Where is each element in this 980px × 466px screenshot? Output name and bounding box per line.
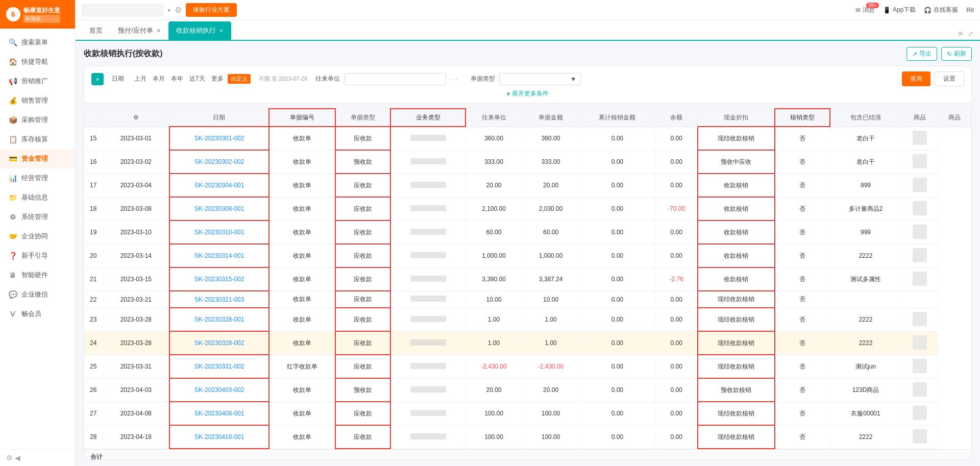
date-custom-button[interactable]: 自定义 xyxy=(228,74,251,84)
td-offset_type: 现结收款核销 xyxy=(698,308,775,331)
sidebar-item-sales[interactable]: 💰销售管理 xyxy=(0,91,75,110)
doctype-select[interactable]: ▼ xyxy=(499,73,581,85)
td-docno[interactable]: SK-20230403-002 xyxy=(169,378,269,402)
settings-icon[interactable]: ⚙ xyxy=(6,454,13,462)
sidebar-item-operation[interactable]: 📊经营管理 xyxy=(0,168,75,188)
doc-link[interactable]: SK-20230314-001 xyxy=(194,252,244,259)
filter-settings-button[interactable]: 设置 xyxy=(935,71,964,86)
doc-link[interactable]: SK-20230302-002 xyxy=(194,158,244,165)
td-docno[interactable]: SK-20230328-001 xyxy=(169,308,269,331)
td-partner xyxy=(390,291,465,308)
td-date: 2023-04-18 xyxy=(103,425,169,449)
doc-link[interactable]: SK-20230328-002 xyxy=(194,339,244,347)
sidebar-label-purchase: 采购管理 xyxy=(21,115,48,125)
tab-label-collection-exec: 收款核销执行 xyxy=(176,26,216,35)
doc-link[interactable]: SK-20230310-001 xyxy=(194,229,244,236)
doc-link[interactable]: SK-20230408-001 xyxy=(194,410,244,417)
td-docno[interactable]: SK-20230310-001 xyxy=(169,220,269,244)
doc-link[interactable]: SK-20230328-001 xyxy=(194,316,244,323)
sidebar-item-guide[interactable]: ❓新手引导 xyxy=(0,246,75,265)
td-docno[interactable]: SK-20230418-001 xyxy=(169,425,269,449)
td-docno[interactable]: SK-20230408-001 xyxy=(169,402,269,425)
tab-close-collection-exec[interactable]: ✕ xyxy=(219,28,224,34)
date-this-year[interactable]: 本年 xyxy=(169,73,185,84)
partner-more-icon[interactable]: ··· xyxy=(450,76,458,83)
topbar-gear-icon[interactable]: ⚙ xyxy=(175,5,182,15)
doc-link[interactable]: SK-20230315-002 xyxy=(194,276,244,283)
doc-link[interactable]: SK-20230304-001 xyxy=(194,182,244,189)
th-balance: 余额 xyxy=(655,109,698,127)
td-doctype: 收款单 xyxy=(269,425,335,449)
export-button[interactable]: ↗ 导出 xyxy=(906,47,937,61)
table-scroll-area[interactable]: ⚙日期单据编号单据类型业务类型往来单位单据金额累计核销金额余额现金折扣核销类型包… xyxy=(84,108,971,459)
expand-more-button[interactable]: ▾ 展开更多条件 xyxy=(507,89,549,98)
td-biztype: 应收款 xyxy=(335,425,391,449)
tabbar-close-button[interactable]: ✕ xyxy=(958,30,964,38)
online-service-button[interactable]: 🎧 在线客服 xyxy=(924,6,958,14)
td-biztype: 应收款 xyxy=(335,308,391,331)
collapse-icon[interactable]: ◀ xyxy=(15,454,20,462)
td-docno[interactable]: SK-20230301-002 xyxy=(169,127,269,150)
filter-partner-section: 往来单位 ··· 单据类型 ▼ xyxy=(315,73,894,85)
date-filter-group: 上月 本月 本年 近7天 更多 自定义 xyxy=(132,73,251,84)
tab-home[interactable]: 首页 xyxy=(82,21,110,40)
topbar-search-input[interactable] xyxy=(82,4,163,16)
doc-link[interactable]: SK-20230301-002 xyxy=(194,135,244,142)
td-date: 2023-03-08 xyxy=(103,197,169,220)
doc-link[interactable]: SK-20230331-002 xyxy=(194,363,244,370)
td-docno[interactable]: SK-20230328-002 xyxy=(169,331,269,355)
partner-input[interactable] xyxy=(344,73,446,85)
sidebar-icon-inventory: 📋 xyxy=(8,135,17,144)
tab-collection-exec[interactable]: 收款核销执行✕ xyxy=(168,21,231,40)
data-table: ⚙日期单据编号单据类型业务类型往来单位单据金额累计核销金额余额现金折扣核销类型包… xyxy=(84,108,971,449)
td-docno[interactable]: SK-20230314-001 xyxy=(169,244,269,267)
message-button[interactable]: ✉ 消息 99+ xyxy=(855,6,875,14)
filter-expand-button[interactable]: » xyxy=(91,73,104,85)
td-docno[interactable]: SK-20230304-001 xyxy=(169,174,269,197)
doc-link[interactable]: SK-20230418-001 xyxy=(194,433,244,440)
refresh-button[interactable]: ↻ 刷新 xyxy=(941,47,972,61)
table-row: 232023-03-28SK-20230328-001收款单应收款1.001.0… xyxy=(84,308,971,331)
td-docno[interactable]: SK-20230331-002 xyxy=(169,355,269,378)
export-icon: ↗ xyxy=(912,51,917,58)
date-last-month[interactable]: 上月 xyxy=(132,73,149,84)
tab-pre-payment[interactable]: 预付/应付单✕ xyxy=(110,21,168,40)
sidebar-item-wechat[interactable]: 💬企业微信 xyxy=(0,285,75,304)
tabbar-expand-button[interactable]: ⤢ xyxy=(968,30,974,38)
date-7days[interactable]: 近7天 xyxy=(187,73,207,84)
sidebar-item-finance[interactable]: 💳资金管理 xyxy=(0,149,75,168)
industry-solution-button[interactable]: 体验行业方案 xyxy=(186,3,237,17)
sidebar-item-enterprise[interactable]: 🤝企业协同 xyxy=(0,227,75,246)
tab-close-pre-payment[interactable]: ✕ xyxy=(156,28,161,34)
td-docno[interactable]: SK-20230302-002 xyxy=(169,150,269,174)
sidebar-item-system[interactable]: ⚙系统管理 xyxy=(0,207,75,227)
sidebar-item-marketing[interactable]: 📢营销推广 xyxy=(0,71,75,91)
filter-row: » 日期 上月 本月 本年 近7天 更多 自定义 不限 至 2023-07-26… xyxy=(91,71,964,86)
date-this-month[interactable]: 本月 xyxy=(151,73,167,84)
td-docno[interactable]: SK-20230321-003 xyxy=(169,291,269,308)
query-button[interactable]: 查询 xyxy=(902,71,930,86)
sidebar-item-basic[interactable]: 📁基础信息 xyxy=(0,188,75,207)
doc-link[interactable]: SK-20230321-003 xyxy=(194,296,244,303)
sidebar-item-hardware[interactable]: 🖥智能硬件 xyxy=(0,265,75,285)
td-goods_img xyxy=(901,197,938,220)
sidebar-item-quick[interactable]: 🏠快捷导航 xyxy=(0,52,75,71)
td-cash_discount: 0.00 xyxy=(655,308,698,331)
app-download-button[interactable]: 📱 App下载 xyxy=(883,6,916,14)
topbar-dropdown-icon[interactable]: ▾ xyxy=(167,7,170,14)
sidebar-item-inventory[interactable]: 📋库存核算 xyxy=(0,130,75,149)
sidebar-item-purchase[interactable]: 📦采购管理 xyxy=(0,110,75,130)
td-amount: -2,430.00 xyxy=(465,355,523,378)
sidebar-label-enterprise: 企业协同 xyxy=(21,232,48,241)
th-amount: 单据金额 xyxy=(522,109,579,127)
sidebar-item-vip[interactable]: V畅会员 xyxy=(0,304,75,324)
th-settings: ⚙ xyxy=(103,109,169,127)
td-docno[interactable]: SK-20230308-001 xyxy=(169,197,269,220)
doc-link[interactable]: SK-20230403-002 xyxy=(194,386,244,394)
sidebar-item-search[interactable]: 🔍搜索菜单 xyxy=(0,33,75,52)
td-docno[interactable]: SK-20230315-002 xyxy=(169,267,269,291)
table-footer: 合计 xyxy=(84,449,971,459)
doc-link[interactable]: SK-20230308-001 xyxy=(194,205,244,212)
date-more[interactable]: 更多 xyxy=(209,73,226,84)
user-name[interactable]: Rit xyxy=(966,7,974,14)
